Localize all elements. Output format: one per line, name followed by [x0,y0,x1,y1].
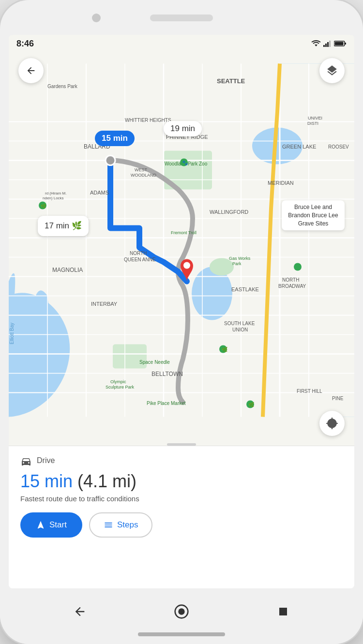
navigation-icon [36,520,45,530]
svg-text:🌿: 🌿 [222,346,228,353]
svg-rect-15 [113,344,147,369]
svg-text:🐾: 🐾 [182,160,188,166]
steps-label: Steps [117,520,138,530]
svg-text:WEST: WEST [135,167,148,172]
green-leaf-icon: 🌿 [72,221,82,230]
svg-text:Gardens Park: Gardens Park [47,84,78,89]
action-buttons: Start Steps [20,512,343,538]
svg-text:WALLINGFORD: WALLINGFORD [210,209,248,215]
svg-text:Space Needle: Space Needle [139,359,170,365]
svg-text:SOUTH LAKE: SOUTH LAKE [224,321,255,326]
svg-text:EASTLAKE: EASTLAKE [231,286,259,292]
route-time-blue: 15 min [95,131,135,146]
svg-text:NORTH: NORTH [130,251,147,256]
svg-rect-2 [325,44,327,47]
svg-text:nden) Locks: nden) Locks [43,196,64,200]
signal-icon [323,40,332,47]
svg-point-39 [106,156,115,165]
map-background: SEATTLE BALLARD MAGNOLIA NORTH QUEEN ANN… [9,35,354,446]
svg-text:WOODLAND: WOODLAND [131,173,157,178]
recents-nav-button[interactable] [271,599,296,624]
map-back-button[interactable] [18,58,44,83]
svg-rect-4 [329,41,331,47]
bruce-lee-label-text: Bruce Lee and Brandon Bruce Lee Grave Si… [288,204,338,227]
svg-text:QUEEN ANNE: QUEEN ANNE [124,257,156,262]
start-label: Start [49,520,67,530]
svg-text:UNION: UNION [232,327,248,332]
status-time: 8:46 [16,39,34,49]
svg-text:🌿: 🌿 [248,402,255,408]
svg-text:INTERBAY: INTERBAY [91,301,118,307]
svg-point-14 [210,258,234,276]
route-time-gray: 19 min [164,121,202,136]
route-green-time: 17 min [45,221,69,230]
svg-text:BELLTOWN: BELLTOWN [151,371,183,377]
svg-rect-7 [335,42,344,45]
car-icon [20,456,32,465]
svg-rect-3 [327,42,329,47]
svg-text:DISTI: DISTI [307,121,318,126]
status-icons [311,40,347,47]
battery-icon [334,40,347,47]
svg-text:🌿: 🌿 [41,203,46,209]
svg-text:ROOSEV: ROOSEV [328,144,349,150]
svg-text:rd (Hiram M.: rd (Hiram M. [45,191,66,195]
back-arrow-icon [26,65,36,76]
route-distance: (4.1 mi) [77,471,136,491]
wifi-icon [311,40,321,47]
phone-frame: 8:46 [0,0,363,644]
drag-handle[interactable] [167,443,196,446]
screen: 8:46 [9,35,354,588]
svg-text:NORTH: NORTH [282,277,299,283]
svg-text:Pike Place Market: Pike Place Market [147,401,186,406]
svg-rect-1 [323,45,325,47]
back-nav-button[interactable] [67,599,92,624]
steps-icon [104,520,113,530]
svg-text:BROADWAY: BROADWAY [278,284,306,289]
svg-rect-6 [345,43,346,45]
drive-label: Drive [37,456,55,465]
route-description: Fastest route due to traffic conditions [20,494,343,503]
status-bar: 8:46 [9,35,354,52]
map-svg: SEATTLE BALLARD MAGNOLIA NORTH QUEEN ANN… [9,35,354,446]
steps-button[interactable]: Steps [89,512,152,538]
svg-point-40 [183,262,190,269]
location-button[interactable] [319,411,345,436]
svg-text:PINE: PINE [332,396,344,401]
svg-text:MAGNOLIA: MAGNOLIA [52,267,83,273]
recents-icon [277,606,289,617]
map-container: SEATTLE BALLARD MAGNOLIA NORTH QUEEN ANN… [9,35,354,446]
home-nav-button[interactable] [169,599,194,624]
route-time-green: 17 min 🌿 [38,216,89,236]
svg-text:GREEN LAKE: GREEN LAKE [282,144,316,150]
phone-speaker [150,15,213,21]
svg-text:MERIDIAN: MERIDIAN [268,180,294,186]
svg-text:Elliott Bay: Elliott Bay [9,323,15,344]
bottom-panel: Drive 15 min (4.1 mi) Fastest route due … [9,446,354,588]
drive-header: Drive [20,456,343,465]
phone-camera [92,14,101,22]
svg-text:SEATTLE: SEATTLE [217,77,245,85]
back-nav-icon [73,605,87,618]
route-time-display: 15 min (4.1 mi) [20,471,343,492]
svg-text:ADAMS: ADAMS [90,190,109,195]
layers-icon [326,64,338,77]
svg-point-88 [178,608,184,614]
svg-text:FIRST HILL: FIRST HILL [297,389,322,394]
location-icon [326,417,338,430]
svg-text:Park: Park [232,261,242,266]
phone-home-bar [138,632,225,636]
svg-text:WHITTIER HEIGHTS: WHITTIER HEIGHTS [125,118,171,123]
svg-text:Sculpture Park: Sculpture Park [106,385,135,389]
map-layers-button[interactable] [319,58,345,83]
bruce-lee-poi-label: Bruce Lee and Brandon Bruce Lee Grave Si… [282,200,345,230]
home-circle-icon [174,604,189,619]
start-button[interactable]: Start [20,512,82,538]
svg-marker-0 [315,45,318,46]
route-time-value: 15 min [20,471,73,491]
svg-text:Fremont Troll: Fremont Troll [171,230,197,235]
svg-rect-89 [279,608,287,615]
svg-point-86 [294,263,302,271]
svg-text:Gas Works: Gas Works [229,256,251,261]
svg-text:UNIVEI: UNIVEI [308,116,322,120]
